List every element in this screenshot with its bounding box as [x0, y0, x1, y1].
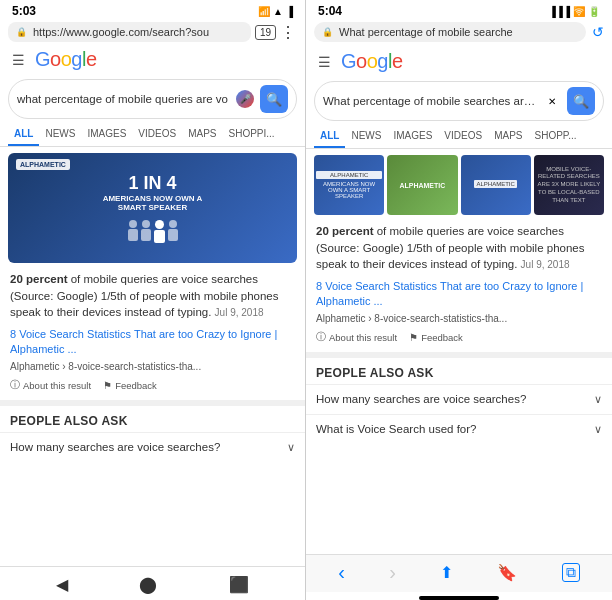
right-result-link[interactable]: 8 Voice Search Statistics That are too C… [306, 277, 612, 312]
tab-news[interactable]: NEWS [39, 123, 81, 146]
hamburger-icon[interactable]: ☰ [12, 52, 25, 68]
left-phone: 5:03 📶 ▲ ▐ 🔒 https://www.google.com/sear… [0, 0, 306, 600]
tab-images[interactable]: IMAGES [81, 123, 132, 146]
right-result-actions: ⓘ About this result ⚑ Feedback [306, 328, 612, 350]
right-search-query: What percentage of mobile searche [339, 26, 578, 38]
stat-text: AMERICANS NOW OWN A SMART SPEAKER [93, 194, 213, 212]
wifi-icon: 🛜 [573, 6, 585, 17]
right-status-time: 5:04 [318, 4, 342, 18]
right-result-source: Alphametic › 8-voice-search-statistics-t… [306, 312, 612, 328]
image-thumb-3[interactable]: ALPHAMETIC [461, 155, 531, 215]
result-actions: ⓘ About this result ⚑ Feedback [0, 376, 305, 398]
ios-tabs-button[interactable]: ⧉ [562, 563, 580, 582]
right-search-button[interactable]: 🔍 [567, 87, 595, 115]
right-chevron-down-icon-2: ∨ [594, 423, 602, 436]
home-button[interactable]: ⬤ [139, 575, 157, 594]
right-chevron-down-icon-1: ∨ [594, 393, 602, 406]
right-info-icon: ⓘ [316, 331, 326, 344]
ios-forward-button[interactable]: › [389, 561, 396, 584]
right-tab-news[interactable]: NEWS [345, 125, 387, 148]
right-phone: 5:04 ▐▐▐ 🛜 🔋 🔒 What percentage of mobile… [306, 0, 612, 600]
lock-icon: 🔒 [16, 27, 27, 37]
google-logo: Google [35, 48, 97, 71]
section-divider [0, 400, 305, 406]
people-icons [128, 220, 178, 243]
result-emphasis: 20 percent [10, 273, 68, 285]
right-tab-all[interactable]: ALL [314, 125, 345, 148]
right-hamburger-icon[interactable]: ☰ [318, 54, 331, 70]
image-thumb-2[interactable]: ALPHAMETIC [387, 155, 457, 215]
right-google-logo: Google [341, 50, 403, 73]
ios-bookmark-button[interactable]: 🔖 [497, 563, 517, 582]
right-paa-item-1[interactable]: How many searches are voice searches? ∨ [306, 384, 612, 414]
right-flag-icon: ⚑ [409, 332, 418, 343]
chevron-down-icon: ∨ [287, 441, 295, 454]
right-images-row: ALPHAMETIC AMERICANS NOW OWN A SMART SPE… [314, 155, 604, 215]
right-about-result-btn[interactable]: ⓘ About this result [316, 331, 397, 344]
right-paa-question-1: How many searches are voice searches? [316, 393, 526, 405]
right-search-input-row[interactable]: What percentage of mobile searches are v… [314, 81, 604, 121]
right-feedback-btn[interactable]: ⚑ Feedback [409, 332, 463, 343]
ios-share-button[interactable]: ⬆ [440, 563, 453, 582]
right-search-tabs: ALL NEWS IMAGES VIDEOS MAPS SHOPP... [306, 125, 612, 149]
feedback-btn[interactable]: ⚑ Feedback [103, 380, 157, 391]
battery-icon: 🔋 [588, 6, 600, 17]
ios-bottom-nav: ‹ › ⬆ 🔖 ⧉ [306, 554, 612, 592]
wifi-icon: ▲ [273, 6, 283, 17]
search-input-row[interactable]: what percentage of mobile queries are vo… [8, 79, 297, 119]
image-thumb-4[interactable]: MOBILE VOICE-RELATED SEARCHES ARE 3X MOR… [534, 155, 604, 215]
right-status-bar: 5:04 ▐▐▐ 🛜 🔋 [306, 0, 612, 20]
about-result-btn[interactable]: ⓘ About this result [10, 379, 91, 392]
right-paa-item-2[interactable]: What is Voice Search used for? ∨ [306, 414, 612, 444]
left-status-icons: 📶 ▲ ▐ [258, 6, 293, 17]
image-thumb-1[interactable]: ALPHAMETIC AMERICANS NOW OWN A SMART SPE… [314, 155, 384, 215]
search-tabs: ALL NEWS IMAGES VIDEOS MAPS SHOPPI... [0, 123, 305, 147]
search-input: what percentage of mobile queries are vo [17, 93, 230, 105]
result-link[interactable]: 8 Voice Search Statistics That are too C… [0, 325, 305, 360]
right-tab-videos[interactable]: VIDEOS [438, 125, 488, 148]
lock-icon: 🔒 [322, 27, 333, 37]
bottom-nav: ◀ ⬤ ⬛ [0, 566, 305, 600]
right-section-divider [306, 352, 612, 358]
more-menu-icon[interactable]: ⋮ [280, 23, 297, 42]
signal-bars-icon: ▐▐▐ [549, 6, 570, 17]
left-status-time: 5:03 [12, 4, 36, 18]
tab-count[interactable]: 19 [255, 25, 276, 40]
right-result-date: Jul 9, 2018 [521, 259, 570, 270]
right-result-text: 20 percent of mobile queries are voice s… [306, 219, 612, 277]
tab-shopping[interactable]: SHOPPI... [223, 123, 281, 146]
address-url: https://www.google.com/search?sou [33, 26, 243, 38]
battery-icon: 📶 [258, 6, 270, 17]
right-status-icons: ▐▐▐ 🛜 🔋 [549, 6, 600, 17]
signal-icon: ▐ [286, 6, 293, 17]
result-date: Jul 9, 2018 [215, 307, 264, 318]
recents-button[interactable]: ⬛ [229, 575, 249, 594]
tab-videos[interactable]: VIDEOS [132, 123, 182, 146]
reload-icon[interactable]: ↺ [592, 24, 604, 40]
right-tab-images[interactable]: IMAGES [387, 125, 438, 148]
ios-search-bar[interactable]: 🔒 What percentage of mobile searche [314, 22, 586, 42]
right-paa-header: PEOPLE ALSO ASK [306, 360, 612, 384]
result-text: 20 percent of mobile queries are voice s… [0, 267, 305, 325]
tab-all[interactable]: ALL [8, 123, 39, 146]
left-status-bar: 5:03 📶 ▲ ▐ [0, 0, 305, 20]
ios-back-button[interactable]: ‹ [338, 561, 345, 584]
result-source: Alphametic › 8-voice-search-statistics-t… [0, 360, 305, 376]
right-search-input: What percentage of mobile searches are v [323, 95, 537, 107]
right-google-header: ☰ Google [306, 46, 612, 77]
close-icon[interactable]: ✕ [543, 92, 561, 110]
address-bar[interactable]: 🔒 https://www.google.com/search?sou [8, 22, 251, 42]
right-result-emphasis: 20 percent [316, 225, 374, 237]
right-tab-shopping[interactable]: SHOPP... [529, 125, 583, 148]
google-header: ☰ Google [0, 44, 305, 75]
search-button[interactable]: 🔍 [260, 85, 288, 113]
right-tab-maps[interactable]: MAPS [488, 125, 528, 148]
paa-item-1[interactable]: How many searches are voice searches? ∨ [0, 432, 305, 462]
tab-maps[interactable]: MAPS [182, 123, 222, 146]
mic-icon[interactable]: 🎤 [236, 90, 254, 108]
alphametic-badge: ALPHAMETIC [16, 159, 70, 170]
result-image: ALPHAMETIC 1 IN 4 AMERICANS NOW OWN A SM… [8, 153, 297, 263]
back-button[interactable]: ◀ [56, 575, 68, 594]
stat-number: 1 IN 4 [128, 173, 176, 194]
right-paa-question-2: What is Voice Search used for? [316, 423, 476, 435]
